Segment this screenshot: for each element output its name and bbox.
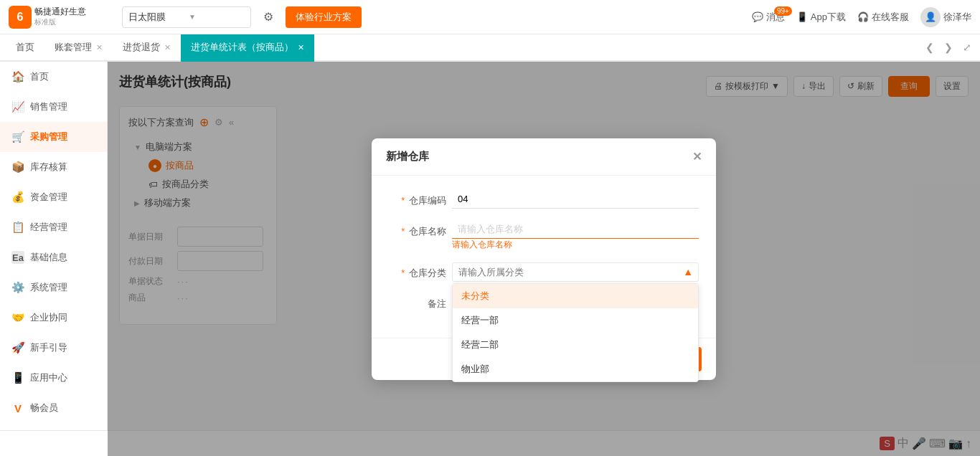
top-header: 6 畅捷通好生意 标准版 日太阳膜 ▼ ⚙ 体验行业方案 💬 消息 99+ 📱 … <box>0 0 980 34</box>
sidebar-item-collab[interactable]: 🤝 企业协同 <box>0 303 107 333</box>
category-label: * 仓库分类 <box>389 262 446 280</box>
search-value: 日太阳膜 <box>128 11 184 24</box>
inventory-icon: 📦 <box>11 161 24 174</box>
sidebar-item-vip[interactable]: V 畅会员 <box>0 393 107 423</box>
sidebar-item-apps[interactable]: 📱 应用中心 <box>0 363 107 393</box>
modal: 新增仓库 ✕ * 仓库编码 <box>372 138 716 380</box>
modal-title: 新增仓库 <box>386 150 429 163</box>
logo-title: 畅捷通好生意 <box>34 6 86 18</box>
tab-purchase-stats-label: 进货单统计表（按商品） <box>191 41 293 54</box>
headset-icon: 🎧 <box>857 11 869 22</box>
gear-button[interactable]: ⚙ <box>257 6 280 29</box>
logo-sub: 标准版 <box>34 17 86 27</box>
modal-close-icon[interactable]: ✕ <box>692 150 702 163</box>
tab-purchase-stats[interactable]: 进货单统计表（按商品） ✕ <box>181 34 314 62</box>
sidebar-system-label: 系统管理 <box>30 281 67 294</box>
trial-button[interactable]: 体验行业方案 <box>286 6 362 28</box>
name-label: * 仓库名称 <box>389 221 446 238</box>
code-input[interactable] <box>452 190 699 209</box>
tab-purchase-stats-close[interactable]: ✕ <box>298 43 304 52</box>
sidebar-guide-label: 新手引导 <box>30 341 67 354</box>
tab-accounts[interactable]: 账套管理 ✕ <box>44 34 113 62</box>
purchase-icon: 🛒 <box>11 130 24 143</box>
name-input[interactable] <box>452 220 699 239</box>
tab-accounts-label: 账套管理 <box>55 41 92 54</box>
notification-item[interactable]: 💬 消息 99+ <box>752 11 785 24</box>
header-right: 💬 消息 99+ 📱 App下载 🎧 在线客服 👤 徐泽华 <box>752 7 971 27</box>
sidebar-item-basic-info[interactable]: Ea 基础信息 <box>0 242 107 272</box>
sidebar-item-purchase[interactable]: 🛒 采购管理 <box>0 122 107 152</box>
tab-prev-icon[interactable]: ❮ <box>923 39 937 56</box>
category-input[interactable] <box>452 262 699 282</box>
online-service-item[interactable]: 🎧 在线客服 <box>857 11 909 24</box>
form-row-code: * 仓库编码 <box>389 190 699 209</box>
user-item[interactable]: 👤 徐泽华 <box>920 7 971 27</box>
finance-icon: 💰 <box>11 191 24 204</box>
sidebar-item-operations[interactable]: 📋 经营管理 <box>0 212 107 242</box>
tab-purchase-return-close[interactable]: ✕ <box>164 43 171 52</box>
collab-icon: 🤝 <box>11 311 24 324</box>
sidebar-inventory-label: 库存核算 <box>30 161 67 174</box>
tab-home[interactable]: 首页 <box>6 34 44 62</box>
sales-icon: 📈 <box>11 100 24 113</box>
sidebar-item-finance[interactable]: 💰 资金管理 <box>0 182 107 212</box>
sidebar-sales-label: 销售管理 <box>30 100 67 113</box>
chevron-down-icon: ▼ <box>189 13 245 21</box>
sidebar-operations-label: 经营管理 <box>30 221 67 234</box>
dropdown-item-property[interactable]: 物业部 <box>453 357 698 381</box>
username-label: 徐泽华 <box>943 11 971 24</box>
app-download-label: App下载 <box>811 11 846 24</box>
content-area: 进货单统计(按商品) 🖨 按模板打印 ▼ ↓ 导出 ↺ 刷新 查询 设置 <box>108 62 980 456</box>
tab-expand-icon[interactable]: ⤢ <box>960 39 974 56</box>
tab-purchase-return[interactable]: 进货退货 ✕ <box>113 34 181 62</box>
avatar: 👤 <box>920 7 941 27</box>
sidebar-item-system[interactable]: ⚙️ 系统管理 <box>0 272 107 303</box>
dropdown-item-dept2[interactable]: 经营二部 <box>453 333 698 357</box>
guide-icon: 🚀 <box>11 341 24 354</box>
home-icon: 🏠 <box>11 70 24 83</box>
sidebar-apps-label: 应用中心 <box>30 371 67 384</box>
tab-purchase-return-label: 进货退货 <box>123 41 160 54</box>
sidebar-item-inventory[interactable]: 📦 库存核算 <box>0 152 107 182</box>
vip-icon: V <box>11 402 24 414</box>
modal-overlay[interactable]: 新增仓库 ✕ * 仓库编码 <box>108 62 980 456</box>
dropdown-item-uncategorized[interactable]: 未分类 <box>453 284 698 308</box>
dropdown-item-dept1[interactable]: 经营一部 <box>453 308 698 333</box>
name-error-msg: 请输入仓库名称 <box>452 239 512 250</box>
sidebar-finance-label: 资金管理 <box>30 191 67 204</box>
form-row-name: * 仓库名称 请输入仓库名称 <box>389 220 699 251</box>
modal-header: 新增仓库 ✕ <box>372 138 716 176</box>
name-required-star: * <box>401 226 405 237</box>
basic-info-icon: Ea <box>11 251 24 264</box>
code-required-star: * <box>401 195 405 206</box>
category-dropdown: 未分类 经营一部 经营二部 物业部 <box>452 283 699 382</box>
app-download-item[interactable]: 📱 App下载 <box>796 11 846 24</box>
mobile-icon: 📱 <box>796 11 808 22</box>
logo-icon: 6 <box>9 6 32 29</box>
sidebar-item-guide[interactable]: 🚀 新手引导 <box>0 333 107 363</box>
tab-next-icon[interactable]: ❯ <box>941 39 956 56</box>
online-service-label: 在线客服 <box>872 11 909 24</box>
tab-accounts-close[interactable]: ✕ <box>96 43 103 52</box>
tab-home-label: 首页 <box>16 41 34 54</box>
apps-icon: 📱 <box>11 371 24 384</box>
code-label: * 仓库编码 <box>389 190 446 207</box>
form-row-category: * 仓库分类 ▲ 未分类 经营一部 经营二部 物业部 <box>389 262 699 282</box>
modal-body: * 仓库编码 * 仓库名称 <box>372 176 716 338</box>
tab-bar-actions: ❮ ❯ ⤢ <box>923 39 974 56</box>
sidebar-home-label: 首页 <box>30 70 49 83</box>
notification-badge: 99+ <box>774 6 792 16</box>
search-bar[interactable]: 日太阳膜 ▼ <box>122 6 251 28</box>
sidebar-vip-label: 畅会员 <box>30 402 58 414</box>
sidebar-collab-label: 企业协同 <box>30 311 67 324</box>
sidebar: 🏠 首页 📈 销售管理 🛒 采购管理 📦 库存核算 💰 资金管理 📋 经营管理 … <box>0 62 108 456</box>
sidebar-item-sales[interactable]: 📈 销售管理 <box>0 92 107 122</box>
sidebar-purchase-label: 采购管理 <box>30 130 67 143</box>
main-layout: 🏠 首页 📈 销售管理 🛒 采购管理 📦 库存核算 💰 资金管理 📋 经营管理 … <box>0 62 980 456</box>
message-icon: 💬 <box>752 11 763 22</box>
notes-label: 备注 <box>389 293 446 310</box>
category-select-wrap: ▲ 未分类 经营一部 经营二部 物业部 <box>452 262 699 282</box>
logo-area: 6 畅捷通好生意 标准版 <box>9 6 116 29</box>
sidebar-item-home[interactable]: 🏠 首页 <box>0 62 107 92</box>
category-required-star: * <box>401 267 405 278</box>
